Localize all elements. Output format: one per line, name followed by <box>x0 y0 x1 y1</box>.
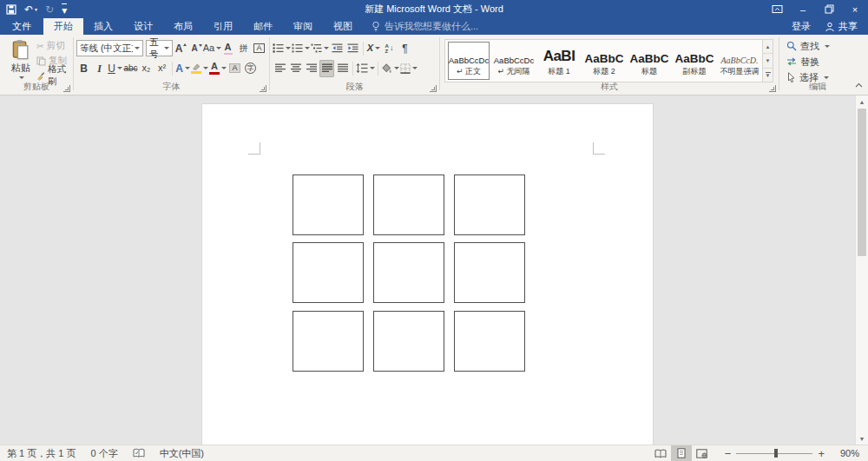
collapse-ribbon-button[interactable] <box>852 79 865 91</box>
shrink-font-button[interactable]: A <box>189 40 204 57</box>
numbering-button[interactable] <box>292 40 310 57</box>
line-spacing-dropdown-icon[interactable] <box>370 67 375 69</box>
close-button[interactable]: × <box>842 0 868 18</box>
page-indicator[interactable]: 第 1 页，共 1 页 <box>7 447 76 460</box>
ribbon-display-options-button[interactable] <box>764 0 790 18</box>
text-effects-dropdown-icon[interactable] <box>185 67 190 69</box>
styles-scroll-up-button[interactable]: ▲ <box>763 40 773 54</box>
change-case-button[interactable]: Aa <box>205 40 220 57</box>
customize-qat-button[interactable]: ▾ <box>62 3 67 16</box>
zoom-percentage[interactable]: 90% <box>830 448 859 458</box>
text-box[interactable] <box>373 311 444 372</box>
proofing-button[interactable] <box>133 448 145 458</box>
styles-dialog-launcher[interactable] <box>769 85 776 92</box>
shading-dropdown-icon[interactable] <box>394 67 399 69</box>
style-heading-2[interactable]: AaBbC标题 2 <box>583 42 625 80</box>
zoom-in-button[interactable]: + <box>818 448 825 459</box>
minimize-button[interactable]: – <box>790 0 816 18</box>
character-shading-button[interactable]: A <box>227 60 242 77</box>
word-count[interactable]: 0 个字 <box>90 447 117 460</box>
undo-dropdown-icon[interactable]: ▾ <box>35 7 37 12</box>
character-border-button[interactable]: A <box>252 40 266 57</box>
grow-font-button[interactable]: A <box>174 40 188 57</box>
styles-more-button[interactable]: ▼ <box>763 69 773 82</box>
text-box[interactable] <box>373 175 444 235</box>
strikethrough-button[interactable]: abc <box>123 60 138 77</box>
web-layout-button[interactable] <box>692 445 713 461</box>
paste-dropdown-icon[interactable] <box>19 76 24 79</box>
multilevel-dropdown-icon[interactable] <box>324 47 329 49</box>
styles-scroll-down-button[interactable]: ▼ <box>763 54 773 68</box>
redo-button[interactable]: ↻ <box>45 4 54 15</box>
tab-review[interactable]: 审阅 <box>283 18 323 35</box>
zoom-slider-thumb[interactable] <box>774 449 778 458</box>
bullets-dropdown-icon[interactable] <box>286 47 291 49</box>
find-dropdown-icon[interactable] <box>825 45 830 48</box>
zoom-slider[interactable] <box>736 448 812 458</box>
read-mode-button[interactable] <box>650 445 671 461</box>
font-name-combobox[interactable]: 等线 (中文正文 <box>76 40 143 56</box>
text-box[interactable] <box>454 175 525 235</box>
asian-layout-dropdown-icon[interactable] <box>375 47 380 49</box>
language-indicator[interactable]: 中文(中国) <box>160 447 204 460</box>
vertical-scrollbar[interactable]: ▲ ▼ <box>855 95 868 445</box>
style-subtitle[interactable]: AaBbC副标题 <box>674 42 715 80</box>
enclose-characters-button[interactable]: 字 <box>243 60 258 77</box>
align-center-button[interactable] <box>288 60 303 77</box>
tab-file[interactable]: 文件 <box>0 18 43 35</box>
format-painter-button[interactable]: 格式刷 <box>36 69 73 82</box>
tab-mailings[interactable]: 邮件 <box>243 18 283 35</box>
tab-design[interactable]: 设计 <box>123 18 163 35</box>
text-box[interactable] <box>454 242 525 303</box>
text-box[interactable] <box>293 311 364 372</box>
select-dropdown-icon[interactable] <box>824 76 829 79</box>
numbering-dropdown-icon[interactable] <box>305 47 310 49</box>
find-button[interactable]: 查找 <box>786 40 856 52</box>
zoom-out-button[interactable]: − <box>725 448 732 459</box>
italic-button[interactable]: I <box>92 60 107 77</box>
text-box[interactable] <box>373 242 444 303</box>
increase-indent-button[interactable] <box>345 40 360 57</box>
scrollbar-thumb[interactable] <box>858 109 866 256</box>
show-hide-marks-button[interactable]: ¶ <box>398 40 412 57</box>
borders-dropdown-icon[interactable] <box>412 67 418 69</box>
tab-references[interactable]: 引用 <box>203 18 243 35</box>
font-size-dropdown-icon[interactable] <box>164 47 169 49</box>
scroll-up-button[interactable]: ▲ <box>856 95 868 108</box>
highlight-dropdown-icon[interactable] <box>203 67 208 69</box>
undo-button[interactable]: ↶▾ <box>24 4 37 15</box>
asian-layout-button[interactable]: X <box>366 40 381 57</box>
restore-button[interactable] <box>816 0 842 18</box>
clipboard-dialog-launcher[interactable] <box>63 85 70 92</box>
tab-home[interactable]: 开始 <box>43 18 83 35</box>
tell-me-box[interactable]: 告诉我您想要做什么... <box>363 18 487 35</box>
borders-button[interactable] <box>400 60 418 77</box>
font-color-dropdown-icon[interactable] <box>221 67 227 69</box>
share-button[interactable]: 共享 <box>825 20 858 33</box>
font-color-button[interactable]: A <box>209 60 227 77</box>
highlight-color-button[interactable] <box>191 60 208 77</box>
text-box[interactable] <box>293 242 364 303</box>
tab-view[interactable]: 视图 <box>323 18 363 35</box>
decrease-indent-button[interactable] <box>330 40 345 57</box>
multilevel-list-button[interactable] <box>311 40 329 57</box>
font-dialog-launcher[interactable] <box>260 85 266 92</box>
underline-button[interactable]: U <box>108 60 122 77</box>
underline-dropdown-icon[interactable] <box>117 67 122 69</box>
sign-in-button[interactable]: 登录 <box>792 20 811 33</box>
style-heading-1[interactable]: AaBI标题 1 <box>538 42 580 80</box>
font-size-combobox[interactable]: 五号 <box>146 40 173 56</box>
tab-insert[interactable]: 插入 <box>83 18 123 35</box>
clear-formatting-button[interactable]: A <box>220 40 235 57</box>
tab-layout[interactable]: 布局 <box>163 18 203 35</box>
paragraph-dialog-launcher[interactable] <box>430 85 437 92</box>
text-effects-button[interactable]: A <box>175 60 190 77</box>
justify-button[interactable] <box>319 60 334 77</box>
superscript-button[interactable]: x² <box>155 60 169 77</box>
font-name-dropdown-icon[interactable] <box>135 47 140 49</box>
cut-button[interactable]: ✂剪切 <box>36 40 73 52</box>
print-layout-button[interactable] <box>671 445 692 461</box>
save-button[interactable] <box>6 4 16 15</box>
distribute-button[interactable] <box>335 60 350 77</box>
style-title[interactable]: AaBbC标题 <box>628 42 670 80</box>
